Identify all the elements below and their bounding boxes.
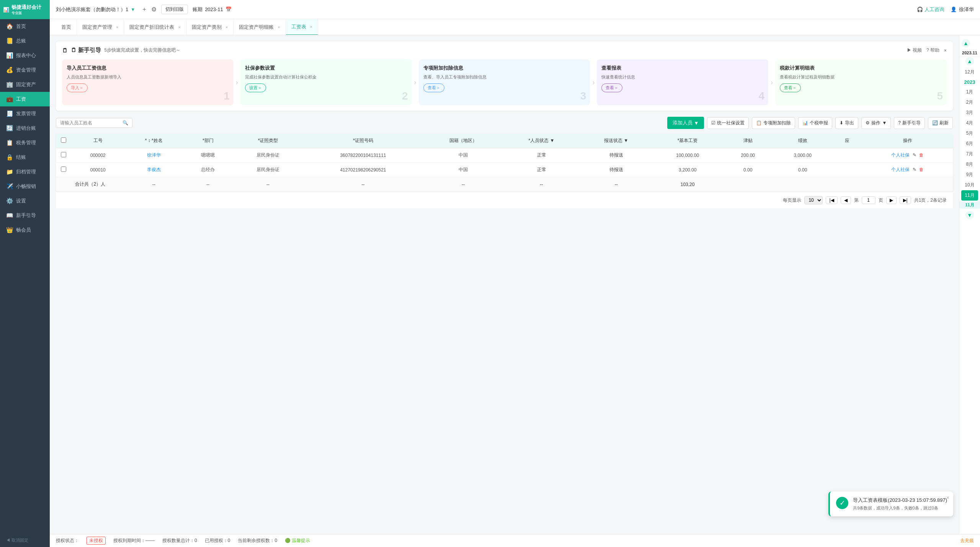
cal-month-8[interactable]: 8月	[961, 159, 978, 170]
cell-id-num-1: 360782200104131111	[303, 148, 423, 163]
guide-video-link[interactable]: ▶ 视频	[907, 47, 922, 54]
cal-nav-up[interactable]: ▲	[965, 57, 974, 65]
tab-fixed-detail[interactable]: 固定资产明细账 ×	[234, 19, 286, 35]
sidebar-item-fixed[interactable]: 🏢 固定资产	[0, 77, 50, 92]
cell-name-1[interactable]: 徐泽华	[124, 148, 183, 163]
tab-fixed-category[interactable]: 固定资产类别 ×	[186, 19, 234, 35]
step-5-button[interactable]: 查看＞	[780, 83, 801, 92]
sidebar-item-archive[interactable]: 📁 归档管理	[0, 165, 50, 179]
search-input[interactable]	[60, 120, 120, 126]
sidebar-item-payroll[interactable]: 💼 工资	[0, 92, 50, 106]
tab-fixed-assets-close[interactable]: ×	[116, 25, 118, 29]
cell-allowance-2: 0.00	[723, 163, 773, 177]
cal-month-4[interactable]: 4月	[961, 118, 978, 128]
page-suffix: 页	[879, 197, 883, 204]
tab-fixed-assets[interactable]: 固定资产管理 ×	[77, 19, 124, 35]
tab-fixed-detail-close[interactable]: ×	[278, 25, 280, 29]
row-2-checkbox[interactable]	[61, 167, 66, 172]
tab-fixed-category-close[interactable]: ×	[225, 25, 228, 29]
step-2-button[interactable]: 设置＞	[245, 83, 266, 92]
cal-month-1[interactable]: 1月	[961, 87, 978, 97]
row-1-checkbox[interactable]	[61, 152, 66, 157]
sidebar-item-close[interactable]: 🔒 结账	[0, 150, 50, 165]
sidebar-item-expense[interactable]: 🧾 发票管理	[0, 106, 50, 121]
ai-service-btn[interactable]: 🎧 人工咨询	[917, 6, 944, 13]
cell-name-2[interactable]: 李俊杰	[124, 163, 183, 177]
search-icon: 🔍	[122, 120, 128, 126]
first-page-btn[interactable]: |◀	[826, 196, 837, 204]
sidebar-item-member[interactable]: 👑 畅会员	[0, 223, 50, 237]
operations-button[interactable]: ⚙ 操作 ▼	[861, 117, 891, 129]
tab-fixed-depreciation-close[interactable]: ×	[178, 25, 180, 29]
action-delete-2[interactable]: 🗑	[919, 167, 924, 172]
prev-page-btn[interactable]: ◀	[841, 196, 851, 204]
cell-person-status-2: 正常	[503, 163, 580, 177]
guide-help-link[interactable]: ? 帮助	[926, 47, 939, 54]
sidebar-item-xiaochang[interactable]: ✈️ 小畅报销	[0, 179, 50, 194]
cal-month-3[interactable]: 3月	[961, 108, 978, 118]
summary-blank-11	[862, 177, 953, 192]
recharge-link[interactable]: 去充值	[960, 537, 974, 544]
next-page-btn[interactable]: ▶	[886, 196, 897, 204]
add-person-button[interactable]: 添加人员 ▼	[667, 117, 704, 129]
action-delete-1[interactable]: 🗑	[919, 152, 924, 158]
switch-version-button[interactable]: 切到旧版	[161, 5, 188, 14]
tax-report-button[interactable]: 📊 个税申报	[798, 117, 832, 129]
row-checkbox-cell-1[interactable]	[56, 148, 71, 163]
cell-action-1[interactable]: 个人社保 ✎ 🗑	[862, 148, 953, 163]
sidebar-item-settings[interactable]: ⚙️ 设置	[0, 194, 50, 208]
sidebar-item-funds[interactable]: 💰 资金管理	[0, 63, 50, 77]
action-edit-2[interactable]: ✎	[913, 167, 916, 172]
step-1-button[interactable]: 导入＞	[67, 83, 88, 92]
sidebar-item-home[interactable]: 🏠 首页	[0, 19, 50, 34]
action-edit-1[interactable]: ✎	[913, 152, 916, 158]
add-icon[interactable]: ＋	[141, 5, 147, 13]
tab-home[interactable]: 首页	[56, 19, 77, 35]
tab-payroll-close[interactable]: ×	[310, 24, 312, 29]
sidebar-unpin[interactable]: ◀ 取消固定	[0, 534, 50, 547]
account-dropdown-icon: ▼	[131, 7, 135, 12]
cal-month-6[interactable]: 6月	[961, 139, 978, 149]
tab-fixed-depreciation[interactable]: 固定资产折旧统计表 ×	[124, 19, 186, 35]
cal-month-9[interactable]: 9月	[961, 170, 978, 180]
action-social-2[interactable]: 个人社保	[891, 167, 910, 172]
page-size-select[interactable]: 10 20 50	[804, 196, 823, 204]
cal-nav-down[interactable]: ▼	[965, 211, 974, 219]
settings-topbar-icon[interactable]: ⚙	[151, 6, 157, 13]
sidebar-item-guide[interactable]: 📖 新手引导	[0, 208, 50, 223]
add-person-label: 添加人员	[673, 119, 693, 126]
search-box[interactable]: 🔍	[56, 118, 132, 128]
user-info[interactable]: 👤 徐泽华	[951, 6, 974, 13]
select-all-checkbox[interactable]	[61, 137, 66, 143]
calendar-icon[interactable]: 📅	[225, 7, 232, 12]
sidebar-item-reports[interactable]: 📊 报表中心	[0, 48, 50, 63]
tab-payroll[interactable]: 工资表 ×	[286, 19, 318, 35]
cell-action-2[interactable]: 个人社保 ✎ 🗑	[862, 163, 953, 177]
cal-prev-btn[interactable]: ▲	[962, 39, 970, 47]
cal-month-2[interactable]: 2月	[961, 97, 978, 108]
sidebar-item-tax[interactable]: 📋 税务管理	[0, 136, 50, 150]
last-page-btn[interactable]: ▶|	[900, 196, 911, 204]
sidebar-item-label: 总账	[16, 38, 26, 44]
refresh-button[interactable]: 🔄 刷新	[928, 117, 953, 129]
step-4-button[interactable]: 查看＞	[601, 83, 622, 92]
action-social-1[interactable]: 个人社保	[891, 152, 910, 158]
guide-btn[interactable]: ? 新手引导	[894, 117, 925, 129]
row-checkbox-cell-2[interactable]	[56, 163, 71, 177]
special-deduction-button[interactable]: 📋 专项附加扣除	[752, 117, 795, 129]
sidebar-item-purchase[interactable]: 🔄 进销台账	[0, 121, 50, 136]
account-selector[interactable]: 刘小艳演示账套（勿删勿动！）1 ▼	[56, 6, 135, 13]
guide-close-btn[interactable]: ×	[944, 48, 947, 53]
export-button[interactable]: ⬇ 导出	[835, 117, 858, 129]
cal-month-10[interactable]: 10月	[961, 180, 978, 190]
toast-close-btn[interactable]: ×	[946, 495, 949, 501]
cal-month-11[interactable]: 11月	[961, 190, 978, 201]
header-checkbox-cell[interactable]	[56, 134, 71, 148]
social-security-button[interactable]: ☑ 统一社保设置	[707, 117, 749, 129]
step-3-button[interactable]: 查看＞	[423, 83, 444, 92]
cal-month-12[interactable]: 12月	[961, 67, 978, 77]
cal-month-5[interactable]: 5月	[961, 128, 978, 139]
page-input[interactable]	[862, 196, 875, 204]
sidebar-item-ledger[interactable]: 📒 总账	[0, 34, 50, 48]
cal-month-7[interactable]: 7月	[961, 149, 978, 159]
